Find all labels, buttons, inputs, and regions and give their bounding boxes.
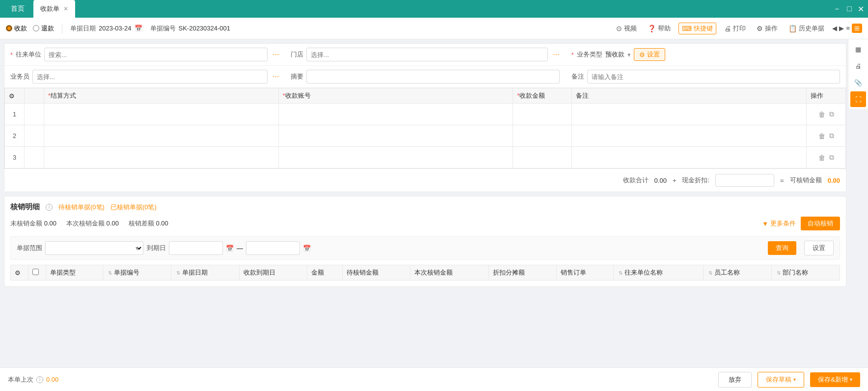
remark-input[interactable] [587, 70, 840, 84]
save-new-btn[interactable]: 保存&新增 ▾ [810, 372, 860, 387]
amount-cell-2[interactable] [513, 125, 572, 147]
video-btn[interactable]: ⊙ 视频 [613, 23, 640, 34]
verify-settings-btn[interactable]: 设置 [804, 241, 834, 255]
staff-more-btn[interactable]: ··· [272, 72, 279, 81]
radio-receipt[interactable]: 收款 [6, 24, 27, 33]
col-doc-date: ⇅ 单据日期 [171, 265, 240, 280]
col-amount: 金额 [307, 265, 343, 280]
save-dropdown-icon[interactable]: ▾ [850, 377, 852, 382]
save-draft-btn[interactable]: 保存草稿 ▾ [758, 372, 804, 388]
help-icon: ❓ [648, 25, 656, 32]
delete-row-3-icon[interactable]: 🗑 [818, 154, 825, 162]
store-more-btn[interactable]: ··· [553, 50, 559, 59]
side-attach-icon[interactable]: 📎 [850, 75, 866, 90]
grid-icon[interactable]: ⊞ [852, 24, 862, 33]
amount-input-1[interactable] [513, 104, 571, 125]
col-doc-num: ⇅ 单据编号 [103, 265, 171, 280]
side-print-icon[interactable]: 🖨 [850, 58, 866, 74]
col-dept-name: ⇅ 部门名称 [771, 265, 840, 280]
delete-row-1-icon[interactable]: 🗑 [818, 111, 825, 118]
calendar-icon[interactable]: 📅 [135, 25, 142, 32]
more-conditions-btn[interactable]: ▼ 更多条件 [762, 219, 796, 228]
business-type-display: 预收款 ▾ [605, 50, 631, 59]
account-cell-2[interactable] [278, 125, 513, 147]
account-input-1[interactable] [279, 104, 513, 125]
staff-input[interactable] [32, 70, 268, 84]
prev-icon[interactable]: ◀ [832, 25, 837, 32]
col-staff-name: ⇅ 员工名称 [703, 265, 771, 280]
amount-input-3[interactable] [513, 147, 571, 168]
table-settings-btn[interactable]: ⚙ [5, 88, 25, 104]
remark-cell-2[interactable] [572, 125, 807, 147]
history-btn[interactable]: 📋 历史单据 [786, 23, 827, 34]
print-btn[interactable]: 🖨 打印 [721, 23, 749, 34]
abandon-btn[interactable]: 放弃 [718, 372, 752, 388]
remark-input-1[interactable] [572, 104, 806, 125]
amount-cell-1[interactable] [513, 104, 572, 125]
summary-input[interactable] [306, 70, 559, 84]
restore-button[interactable]: □ [847, 4, 852, 13]
due-date-end[interactable]: 2022-04-12 [246, 241, 300, 255]
settlement-cell-2[interactable] [44, 125, 279, 147]
next-icon[interactable]: ▶ [839, 25, 844, 32]
select-all-checkbox[interactable] [32, 269, 39, 275]
minimize-button[interactable]: － [833, 4, 841, 14]
draft-dropdown-icon[interactable]: ▾ [793, 377, 796, 382]
account-cell-3[interactable] [278, 147, 513, 168]
shortcut-btn[interactable]: ⌨ 快捷键 [678, 23, 716, 34]
settings-btn[interactable]: ⚙ 设置 [634, 48, 665, 61]
staff-field: 业务员 ··· [10, 70, 279, 84]
pending-tab[interactable]: 待核销单据(0笔) [58, 203, 105, 212]
account-input-2[interactable] [279, 125, 513, 146]
counterparty-more-btn[interactable]: ··· [272, 50, 279, 59]
settlement-cell-1[interactable] [44, 104, 279, 125]
settlement-cell-3[interactable] [44, 147, 279, 168]
tab-close-icon[interactable]: ✕ [63, 5, 68, 12]
remark-input-3[interactable] [572, 147, 806, 168]
amount-input-2[interactable] [513, 125, 571, 146]
discount-input[interactable] [715, 174, 774, 187]
copy-row-1-icon[interactable]: ⧉ [829, 110, 834, 118]
footer: 本单上次 i 0.00 放弃 保存草稿 ▾ 保存&新增 ▾ [0, 367, 868, 391]
copy-row-2-icon[interactable]: ⧉ [829, 132, 834, 140]
account-input-3[interactable] [279, 147, 513, 168]
col-amount: *收款金额 [513, 88, 572, 104]
business-type-dropdown[interactable]: ▾ [627, 51, 631, 58]
range-select[interactable] [45, 241, 143, 255]
completed-tab[interactable]: 已核销单据(0笔) [110, 203, 157, 212]
tab-receipt[interactable]: 收款单 ✕ [33, 0, 75, 18]
due-date-start[interactable]: 2022-04-01 [169, 241, 223, 255]
side-table-icon[interactable]: ▦ [850, 41, 866, 57]
verify-info-icon[interactable]: i [46, 204, 53, 211]
list-icon[interactable]: ≡ [846, 25, 850, 32]
counterparty-input[interactable] [44, 48, 268, 61]
remark-input-2[interactable] [572, 125, 806, 146]
store-input[interactable] [306, 48, 548, 61]
query-btn[interactable]: 查询 [768, 241, 796, 255]
table-row: 1 🗑 ⧉ [5, 104, 846, 125]
auto-verify-btn[interactable]: 自动核销 [801, 217, 840, 230]
side-expand-icon[interactable]: ⛶ [850, 91, 866, 107]
action-cell-1: 🗑 ⧉ [807, 104, 846, 125]
delete-row-2-icon[interactable]: 🗑 [818, 132, 825, 140]
home-tab[interactable]: 首页 [4, 0, 31, 18]
copy-row-3-icon[interactable]: ⧉ [829, 153, 834, 162]
settlement-input-1[interactable] [44, 104, 278, 125]
amount-cell-3[interactable] [513, 147, 572, 168]
footer-info-icon[interactable]: i [36, 376, 43, 383]
settlement-input-2[interactable] [44, 125, 278, 146]
settlement-input-3[interactable] [44, 147, 278, 168]
remark-cell-3[interactable] [572, 147, 807, 168]
footer-info: 本单上次 i 0.00 [8, 375, 58, 384]
close-button[interactable]: ✕ [858, 4, 864, 14]
remark-cell-1[interactable] [572, 104, 807, 125]
cal-end-icon[interactable]: 📅 [303, 245, 311, 252]
cal-start-icon[interactable]: 📅 [226, 245, 234, 252]
table2-settings-icon[interactable]: ⚙ [15, 269, 21, 277]
account-cell-1[interactable] [278, 104, 513, 125]
operation-btn[interactable]: ⚙ 操作 [754, 23, 781, 34]
radio-refund[interactable]: 退款 [33, 24, 54, 33]
sort-icon5: ⇅ [777, 270, 781, 276]
help-btn[interactable]: ❓ 帮助 [645, 23, 674, 34]
sort-icon2: ⇅ [176, 270, 180, 276]
